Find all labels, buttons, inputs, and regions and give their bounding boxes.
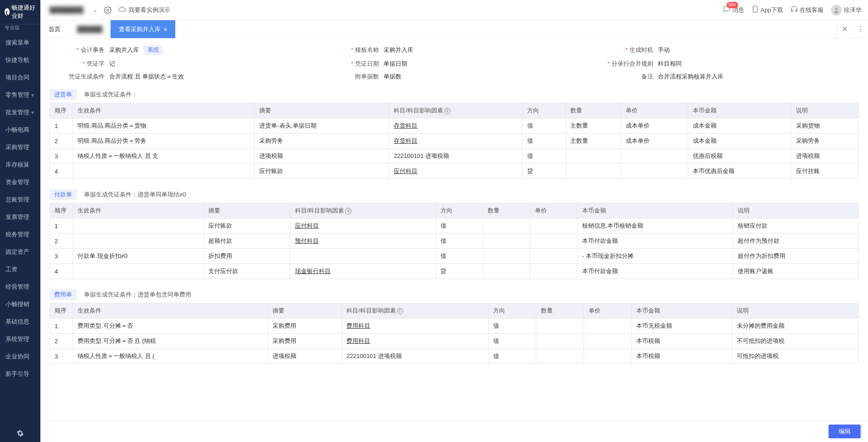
cell: - 本币现金折扣分摊	[577, 249, 733, 264]
org-name[interactable]: ████████	[47, 5, 86, 15]
col-header: 摘要	[267, 303, 341, 319]
cell: 4	[50, 264, 73, 279]
label-biz: 会计事务	[50, 46, 105, 54]
cell: 本币优惠后金额	[688, 164, 791, 179]
demo-link[interactable]: 我要看实例演示	[118, 6, 170, 14]
cell	[566, 164, 621, 179]
sidebar-item[interactable]: 小畅电商	[0, 121, 40, 139]
subject-link[interactable]: 应付科目	[394, 168, 417, 174]
subject-link[interactable]: 应付科目	[295, 222, 319, 229]
sidebar-item[interactable]: 系统管理	[0, 330, 40, 348]
sidebar-item[interactable]: 采购管理	[0, 139, 40, 156]
cell: 折扣费用	[204, 249, 290, 264]
col-header: 单价	[621, 103, 688, 118]
cell: 优惠后税额	[688, 149, 791, 164]
cell: 主数量	[566, 134, 621, 149]
cell: 采购劳务	[255, 134, 389, 149]
sidebar-item[interactable]: 总账管理	[0, 191, 40, 208]
tab-home[interactable]: 首页	[40, 20, 69, 38]
sidebar-item[interactable]: 固定资产	[0, 243, 40, 261]
cell: 1	[50, 118, 73, 134]
table-row[interactable]: 3付款单.现金折扣≠0折扣费用借- 本币现金折扣分摊超付作为折扣费用	[50, 249, 859, 264]
sidebar-item[interactable]: 工资	[0, 261, 40, 278]
cell	[483, 264, 530, 279]
sidebar-item[interactable]: 企业协同	[0, 348, 40, 365]
sidebar-item[interactable]: 小畅报销	[0, 296, 40, 313]
col-header: 顺序	[50, 303, 73, 319]
tab-blurred[interactable]: ██████	[69, 20, 111, 38]
messages-button[interactable]: 99+ 消息	[723, 6, 744, 14]
cell: 1	[50, 319, 73, 334]
tabbar-controls: ✕ ⋮	[837, 20, 868, 38]
table-row[interactable]: 3纳税人性质＝一般纳税人 且 (进项税额222100101 进项税额借本币税额可…	[50, 349, 859, 364]
sidebar-item[interactable]: 经营管理	[0, 278, 40, 296]
download-button[interactable]: App下载	[751, 6, 783, 14]
close-icon[interactable]: ×	[163, 26, 167, 33]
cell: 借	[489, 334, 536, 349]
edit-button[interactable]: 编辑	[829, 425, 861, 438]
headset-icon	[790, 6, 798, 14]
nav: 搜索菜单快捷导航项目合同零售管理▼批发管理▼小畅电商采购管理库存核算资金管理总账…	[0, 34, 40, 383]
col-header: 顺序	[50, 103, 73, 118]
service-button[interactable]: 在线客服	[790, 6, 823, 14]
col-header: 说明	[733, 203, 858, 218]
close-all-tabs-button[interactable]: ✕	[837, 20, 852, 38]
sidebar-item[interactable]: 新手引导	[0, 365, 40, 383]
cell: 借	[489, 349, 536, 364]
table-row[interactable]: 2明细.商品.商品分类＝劳务采购劳务存货科目借主数量成本单价成本金额采购劳务	[50, 134, 859, 149]
cell	[530, 264, 577, 279]
sidebar-item[interactable]: 税务管理	[0, 226, 40, 243]
cell: 贷	[435, 264, 483, 279]
table-row[interactable]: 1应付账款应付科目借核销信息.本币核销金额核销应付款	[50, 218, 859, 234]
table-row[interactable]: 1费用类型.可分摊＝否采购费用费用科目借本币无税金额未分摊的费用金额	[50, 319, 859, 334]
cell: 预付科目	[290, 234, 435, 249]
col-header: 方向	[522, 103, 565, 118]
settings-button[interactable]	[0, 426, 40, 442]
sidebar-item[interactable]: 批发管理▼	[0, 104, 40, 121]
tabbar-more-button[interactable]: ⋮	[852, 20, 868, 38]
sidebar-item[interactable]: 基础信息	[0, 313, 40, 330]
subject-link[interactable]: 现金银行科目	[295, 268, 331, 274]
sidebar-item[interactable]: 项目合同	[0, 69, 40, 86]
sidebar-item[interactable]: 零售管理▼	[0, 86, 40, 104]
cell: 明细.商品.商品分类＝劳务	[73, 134, 255, 149]
cell: 借	[522, 118, 565, 134]
table-row[interactable]: 1明细.商品.商品分类＝货物进货单-表头.单据日期存货科目借主数量成本单价成本金…	[50, 118, 859, 134]
subject-link[interactable]: 费用科目	[346, 337, 370, 344]
topbar-right: 99+ 消息 App下载 在线客服 徐泽华	[723, 5, 862, 16]
col-header: 生效条件	[73, 203, 204, 218]
cell: 超额付款	[204, 234, 290, 249]
cell: 采购费用	[267, 334, 341, 349]
col-header: 生效条件	[73, 103, 255, 118]
cell: 支付应付款	[204, 264, 290, 279]
table-row[interactable]: 2费用类型.可分摊＝否 且 (纳税采购费用费用科目借本币税额不可抵扣的进项税	[50, 334, 859, 349]
logo-icon	[5, 8, 10, 16]
sidebar-item[interactable]: 库存核算	[0, 156, 40, 173]
cell: 2	[50, 134, 73, 149]
cell: 费用类型.可分摊＝否	[73, 319, 268, 334]
subject-link[interactable]: 存货科目	[394, 122, 417, 129]
cell: 4	[50, 164, 73, 179]
subject-link[interactable]: 预付科目	[295, 237, 319, 244]
org-settings-button[interactable]	[104, 6, 112, 14]
cell: 应付科目	[389, 164, 523, 179]
sidebar-item[interactable]: 资金管理	[0, 173, 40, 191]
sidebar-item[interactable]: 发票管理	[0, 208, 40, 226]
sidebar-item[interactable]: 搜索菜单	[0, 34, 40, 51]
cloud-icon	[118, 6, 127, 14]
cell: 费用类型.可分摊＝否 且 (纳税	[73, 334, 268, 349]
subject-link[interactable]: 费用科目	[346, 322, 370, 329]
table-row[interactable]: 3纳税人性质＝一般纳税人 且 支进项税额222100101 进项税额借优惠后税额…	[50, 149, 859, 164]
val-vword: 记	[109, 60, 115, 68]
subject-link[interactable]: 存货科目	[394, 137, 417, 144]
table-row[interactable]: 4应付账款应付科目贷本币优惠后金额应付挂账	[50, 164, 859, 179]
table-row[interactable]: 2超额付款预付科目借本币付款金额超付作为预付款	[50, 234, 859, 249]
user-menu[interactable]: 徐泽华	[831, 5, 862, 16]
chevron-down-icon[interactable]: ⌄	[93, 7, 97, 13]
cell: 本币税额	[631, 334, 732, 349]
col-header: 数量	[566, 103, 621, 118]
tab-active[interactable]: 查看采购并入库 ×	[111, 20, 175, 38]
table-row[interactable]: 4支付应付款现金银行科目贷本币付款金额使用账户递账	[50, 264, 859, 279]
section-condition: 单据生成凭证条件：进货单包含同单费用	[84, 291, 191, 299]
sidebar-item[interactable]: 快捷导航	[0, 51, 40, 69]
